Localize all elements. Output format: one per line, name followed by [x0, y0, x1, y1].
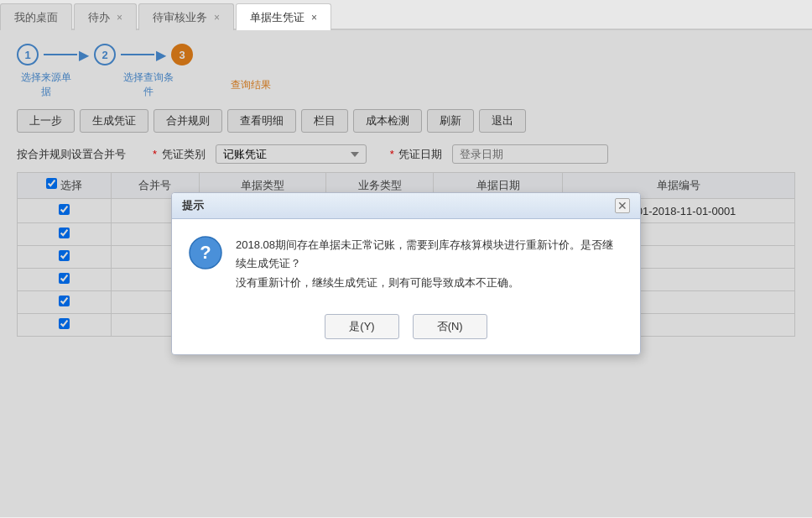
dialog-title: 提示: [182, 198, 204, 213]
tab-review[interactable]: 待审核业务 ×: [138, 3, 234, 30]
question-icon: ?: [189, 236, 222, 269]
tab-pending[interactable]: 待办 ×: [74, 3, 137, 30]
dialog-close-button[interactable]: ✕: [615, 198, 630, 213]
dialog-yes-button[interactable]: 是(Y): [325, 314, 398, 339]
dialog-no-button[interactable]: 否(N): [413, 314, 487, 339]
tab-voucher[interactable]: 单据生凭证 ×: [236, 3, 331, 30]
close-tab-voucher[interactable]: ×: [311, 12, 317, 24]
close-tab-review[interactable]: ×: [214, 12, 220, 24]
dialog-message: 2018.08期间存在单据未正常记账，需要到库存核算模块进行重新计价。是否继续生…: [236, 236, 623, 291]
close-tab-pending[interactable]: ×: [117, 12, 122, 24]
main-content: 1 ▶ 2 ▶ 3 选择来源单据 选择查询条件 查询结果 上一步 生成凭证 合并…: [0, 30, 812, 517]
dialog-body: ? 2018.08期间存在单据未正常记账，需要到库存核算模块进行重新计价。是否继…: [172, 219, 640, 305]
tab-desktop[interactable]: 我的桌面: [0, 3, 72, 30]
dialog-header: 提示 ✕: [172, 193, 640, 219]
svg-text:?: ?: [200, 242, 211, 263]
tab-bar: 我的桌面 待办 × 待审核业务 × 单据生凭证 ×: [0, 0, 812, 30]
dialog-footer: 是(Y) 否(N): [172, 306, 640, 354]
dialog-overlay: 提示 ✕ ? 2018.08期间存在单据未正常记账，需要到库存核算模块进行重新计…: [0, 30, 812, 517]
dialog-box: 提示 ✕ ? 2018.08期间存在单据未正常记账，需要到库存核算模块进行重新计…: [171, 192, 641, 354]
